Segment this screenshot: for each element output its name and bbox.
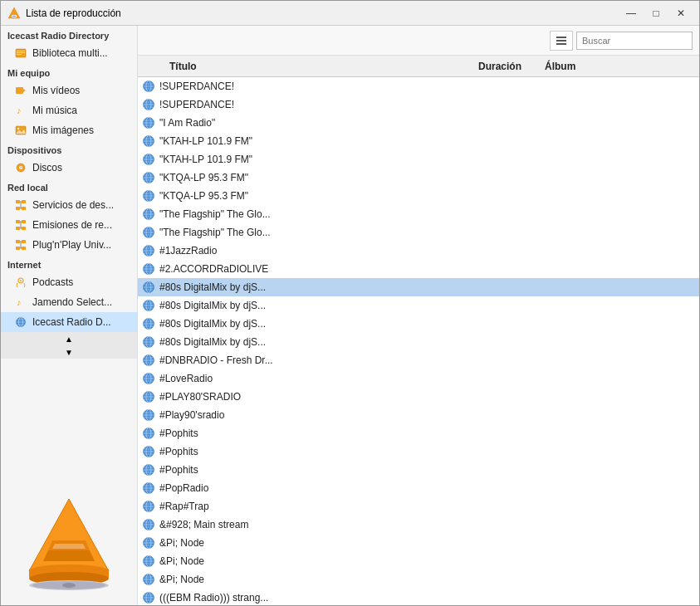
svg-rect-56 bbox=[556, 37, 566, 38]
track-title: (((EBM Radio))) strang... bbox=[159, 592, 475, 604]
vlc-logo bbox=[19, 492, 119, 592]
mis-imagenes-label: Mis imágenes bbox=[32, 125, 94, 136]
emisiones-label: Emisiones de re... bbox=[32, 219, 112, 231]
track-title: #80s DigitalMix by djS... bbox=[159, 281, 475, 293]
table-row[interactable]: "The Flagship" The Glo... bbox=[138, 205, 699, 223]
sidebar-scroll-down[interactable]: ▼ bbox=[1, 345, 137, 359]
sidebar-item-plugnplay[interactable]: Plug'n'Play Univ... bbox=[1, 235, 137, 255]
svg-rect-58 bbox=[556, 43, 566, 45]
close-button[interactable]: ✕ bbox=[669, 4, 693, 22]
track-title: #80s DigitalMix by djS... bbox=[159, 318, 475, 330]
table-row[interactable]: &Pi; Node bbox=[138, 552, 699, 570]
sidebar-item-servicios[interactable]: Servicios de des... bbox=[1, 195, 137, 215]
svg-rect-57 bbox=[556, 40, 566, 42]
podcasts-label: Podcasts bbox=[32, 276, 73, 288]
network-plugnplay-icon bbox=[14, 238, 27, 252]
sidebar-item-icecast-radio[interactable]: Icecast Radio D... bbox=[1, 312, 137, 332]
globe-track-icon bbox=[141, 298, 156, 313]
table-row[interactable]: #PopRadio bbox=[138, 479, 699, 497]
globe-track-icon bbox=[141, 572, 156, 587]
table-row[interactable]: #Rap#Trap bbox=[138, 497, 699, 516]
mis-videos-label: Mis vídeos bbox=[32, 85, 80, 96]
sidebar-item-mis-imagenes[interactable]: Mis imágenes bbox=[1, 120, 137, 140]
table-row[interactable]: #Play90'sradio bbox=[138, 406, 699, 424]
table-row[interactable]: #LoveRadio bbox=[138, 369, 699, 388]
table-row[interactable]: "KTQA-LP 95.3 FM" bbox=[138, 187, 699, 205]
svg-marker-48 bbox=[52, 544, 86, 549]
sidebar-item-discos[interactable]: Discos bbox=[1, 158, 137, 178]
search-input[interactable] bbox=[576, 32, 693, 50]
section-header-red-local: Red local bbox=[1, 178, 137, 195]
svg-rect-25 bbox=[16, 227, 20, 230]
svg-point-55 bbox=[62, 583, 76, 588]
track-title: "KTAH-LP 101.9 FM" bbox=[159, 154, 475, 165]
svg-point-38 bbox=[20, 280, 22, 281]
globe-track-icon bbox=[141, 499, 156, 514]
track-title: !SUPERDANCE! bbox=[159, 99, 475, 110]
track-title: #2.ACCORDRaDIOLIVE bbox=[159, 263, 475, 275]
globe-track-icon bbox=[141, 188, 156, 203]
table-row[interactable]: #2.ACCORDRaDIOLIVE bbox=[138, 260, 699, 278]
sidebar-item-podcasts[interactable]: Podcasts bbox=[1, 272, 137, 292]
globe-track-icon bbox=[141, 426, 156, 441]
sidebar-item-biblioteca[interactable]: Biblioteca multi... bbox=[1, 43, 137, 63]
view-toggle-button[interactable] bbox=[550, 31, 573, 51]
track-title: #Pophits bbox=[159, 464, 475, 476]
svg-marker-49 bbox=[43, 550, 95, 561]
maximize-button[interactable]: □ bbox=[644, 4, 668, 22]
track-title: #Pophits bbox=[159, 446, 475, 457]
table-row[interactable]: !SUPERDANCE! bbox=[138, 77, 699, 95]
svg-rect-18 bbox=[16, 207, 20, 210]
table-row[interactable]: #80s DigitalMix by djS... bbox=[138, 296, 699, 315]
minimize-button[interactable]: — bbox=[619, 4, 643, 22]
svg-rect-23 bbox=[16, 220, 20, 223]
sidebar-scroll-up[interactable]: ▲ bbox=[1, 332, 137, 345]
globe-icon bbox=[14, 315, 27, 329]
table-row[interactable]: "KTAH-LP 101.9 FM" bbox=[138, 132, 699, 150]
music-online-icon: ♪ bbox=[14, 296, 27, 309]
svg-point-15 bbox=[20, 167, 22, 169]
table-row[interactable]: !SUPERDANCE! bbox=[138, 95, 699, 114]
globe-track-icon bbox=[141, 353, 156, 368]
podcast-icon bbox=[14, 276, 27, 289]
svg-rect-30 bbox=[16, 240, 20, 243]
table-row[interactable]: "I Am Radio" bbox=[138, 114, 699, 132]
table-row[interactable]: "The Flagship" The Glo... bbox=[138, 223, 699, 242]
track-title: #Rap#Trap bbox=[159, 501, 475, 512]
table-row[interactable]: #PLAY80'SRADIO bbox=[138, 388, 699, 406]
table-row[interactable]: #80s DigitalMix by djS... bbox=[138, 315, 699, 333]
globe-track-icon bbox=[141, 316, 156, 331]
globe-track-icon bbox=[141, 554, 156, 569]
sidebar-item-emisiones[interactable]: Emisiones de re... bbox=[1, 215, 137, 235]
track-title: "KTAH-LP 101.9 FM" bbox=[159, 135, 475, 147]
table-row[interactable]: (((EBM Radio))) strang... bbox=[138, 589, 699, 605]
svg-rect-16 bbox=[16, 200, 20, 203]
servicios-label: Servicios de des... bbox=[32, 199, 114, 211]
table-row[interactable]: &Pi; Node bbox=[138, 534, 699, 552]
table-row[interactable]: &Pi; Node bbox=[138, 570, 699, 589]
track-list[interactable]: !SUPERDANCE! !SUPERDANCE! "I Am Radio" "… bbox=[138, 77, 699, 605]
list-view-icon bbox=[556, 35, 567, 46]
table-row[interactable]: "KTQA-LP 95.3 FM" bbox=[138, 169, 699, 187]
table-row[interactable]: "KTAH-LP 101.9 FM" bbox=[138, 150, 699, 169]
sidebar-item-mis-videos[interactable]: Mis vídeos bbox=[1, 81, 137, 100]
table-row[interactable]: #Pophits bbox=[138, 424, 699, 442]
table-row[interactable]: #1JazzRadio bbox=[138, 242, 699, 260]
app-icon bbox=[7, 7, 21, 20]
table-row[interactable]: #80s DigitalMix by djS... bbox=[138, 333, 699, 351]
table-row[interactable]: #80s DigitalMix by djS... bbox=[138, 278, 699, 296]
table-row[interactable]: #DNBRADIO - Fresh Dr... bbox=[138, 351, 699, 369]
biblioteca-label: Biblioteca multi... bbox=[32, 47, 108, 59]
table-row[interactable]: #Pophits bbox=[138, 461, 699, 479]
track-title: #Pophits bbox=[159, 428, 475, 439]
svg-rect-26 bbox=[22, 227, 26, 230]
svg-rect-2 bbox=[12, 16, 16, 17]
sidebar-item-mi-musica[interactable]: ♪ Mi música bbox=[1, 100, 137, 120]
video-icon bbox=[14, 84, 27, 97]
library-icon bbox=[14, 46, 27, 60]
track-title: #PopRadio bbox=[159, 482, 475, 494]
sidebar-item-jamendo[interactable]: ♪ Jamendo Select... bbox=[1, 292, 137, 312]
vlc-logo-area bbox=[1, 479, 137, 605]
table-row[interactable]: &#928; Main stream bbox=[138, 516, 699, 534]
table-row[interactable]: #Pophits bbox=[138, 442, 699, 461]
